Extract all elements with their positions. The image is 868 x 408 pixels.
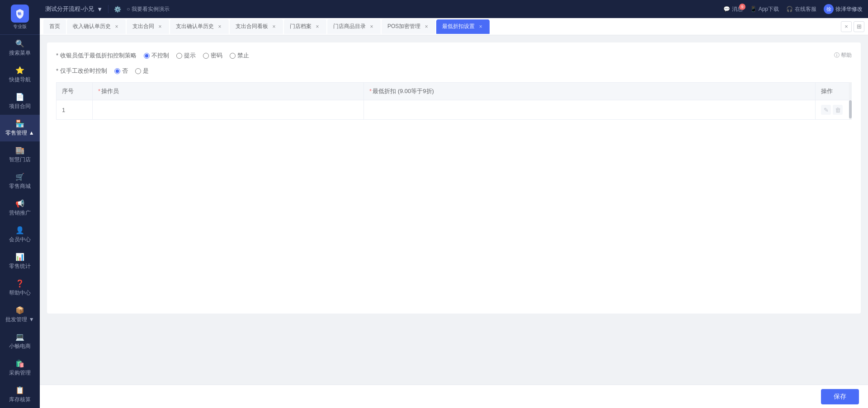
discount-table: 序号 *操作员 *最低折扣 (9.00等于9折) 操作 1 [56, 82, 852, 120]
tabs-menu[interactable]: ⊞ [854, 21, 864, 32]
tab-expenditure-contract[interactable]: 支出合同 × [127, 19, 169, 34]
radio-tip-input[interactable] [176, 53, 182, 59]
radio-forbidden-input[interactable] [230, 53, 236, 59]
online-service-btn[interactable]: 🎧 在线客服 [786, 5, 816, 13]
sidebar-item-ecommerce[interactable]: 💻 小畅电商 [0, 328, 40, 355]
radio-password[interactable]: 密码 [203, 52, 222, 60]
edit-row-btn[interactable]: ✎ [821, 105, 831, 115]
tab-expenditure-contract-close[interactable]: × [157, 23, 163, 30]
help-icon: ❓ [15, 279, 24, 288]
help-button[interactable]: ⓘ 帮助 [834, 52, 852, 59]
radio-yes-label: 是 [143, 67, 149, 75]
tab-store-archive[interactable]: 门店档案 × [284, 19, 326, 34]
project-selector[interactable]: 测试分开流程-小兄 ▼ [45, 5, 103, 13]
sidebar-item-label: 会员中心 [9, 236, 31, 244]
tab-pos-encrypt[interactable]: POS加密管理 × [382, 19, 435, 34]
tab-home[interactable]: 首页 [43, 19, 66, 34]
sidebar-item-wholesale[interactable]: 📦 批发管理 ▼ [0, 301, 40, 328]
tab-min-discount[interactable]: 最低折扣设置 × [436, 19, 490, 34]
sidebar-item-inventory[interactable]: 📋 库存核算 [0, 381, 40, 408]
col-min-discount: *最低折扣 (9.00等于9折) [364, 83, 816, 100]
tab-expenditure-history-close[interactable]: × [217, 23, 223, 30]
content-panel: ⓘ 帮助 * 收银员低于最低折扣控制策略 不控制 提示 [47, 42, 861, 314]
sidebar-item-smart-store[interactable]: 🏬 智慧门店 [0, 141, 40, 168]
radio-no-control-input[interactable] [144, 53, 150, 59]
user-menu[interactable]: 徐 徐泽华修改 [824, 4, 863, 14]
sidebar-item-contract[interactable]: 📄 项目合同 [0, 88, 40, 115]
table-scrollbar[interactable] [849, 82, 852, 120]
tab-expenditure-board-label: 支出合同看板 [236, 23, 268, 30]
radio-yes-input[interactable] [135, 68, 141, 74]
col-actions: 操作 [816, 83, 852, 100]
save-button[interactable]: 保存 [821, 389, 859, 404]
tab-store-archive-close[interactable]: × [314, 23, 321, 30]
tab-income-history[interactable]: 收入确认单历史 × [67, 19, 126, 34]
radio-tip[interactable]: 提示 [176, 52, 196, 60]
radio-forbidden[interactable]: 禁止 [230, 52, 249, 60]
tab-pos-encrypt-close[interactable]: × [423, 23, 429, 30]
col-seq: 序号 [57, 83, 93, 100]
sidebar-item-label: 小畅电商 [9, 342, 31, 350]
topbar-settings-btn[interactable]: ⚙️ [114, 6, 121, 13]
col-operator: *操作员 [93, 83, 364, 100]
sidebar-item-shortcuts[interactable]: ⭐ 快捷导航 [0, 61, 40, 88]
radio-no-control[interactable]: 不控制 [144, 52, 169, 60]
control-strategy-row: * 收银员低于最低折扣控制策略 不控制 提示 密码 [56, 52, 852, 60]
purchase-icon: 🛍️ [15, 359, 24, 368]
sidebar-logo: 畅 专业版 [0, 0, 40, 35]
app-download-btn[interactable]: 📱 App下载 [750, 5, 779, 13]
demo-link[interactable]: ○ 我要看实例演示 [127, 5, 170, 13]
online-service-label: 在线客服 [795, 5, 816, 13]
delete-row-btn[interactable]: 🗑 [833, 105, 843, 115]
sidebar-item-search[interactable]: 🔍 搜索菜单 [0, 35, 40, 61]
manual-control-label: * 仅手工改价时控制 [56, 67, 107, 75]
radio-no-control-label: 不控制 [151, 52, 169, 60]
sidebar-item-label: 智慧门店 [9, 156, 31, 164]
table-row: 1 ✎ 🗑 [57, 100, 852, 120]
message-badge: 9 [739, 4, 745, 10]
tabs-bar: 首页 收入确认单历史 × 支出合同 × 支出确认单历史 × 支出合同看板 × 门… [40, 18, 868, 35]
tab-expenditure-history-label: 支出确认单历史 [176, 23, 214, 30]
star-icon: ⭐ [15, 66, 24, 75]
radio-no[interactable]: 否 [114, 67, 128, 75]
sidebar-item-label: 项目合同 [9, 103, 31, 110]
tab-expenditure-history[interactable]: 支出确认单历史 × [170, 19, 229, 34]
sidebar-item-purchase[interactable]: 🛍️ 采购管理 [0, 355, 40, 381]
tab-income-history-close[interactable]: × [113, 23, 120, 30]
radio-no-input[interactable] [114, 68, 120, 74]
message-icon: 💬 [723, 6, 730, 12]
tab-store-product-close[interactable]: × [368, 23, 375, 30]
message-btn[interactable]: 💬 消息 9 [723, 5, 743, 13]
manual-control-row: * 仅手工改价时控制 否 是 [56, 67, 852, 75]
radio-yes[interactable]: 是 [135, 67, 149, 75]
radio-forbidden-label: 禁止 [237, 52, 249, 60]
sidebar-item-label: 搜索菜单 [9, 49, 31, 57]
tab-min-discount-close[interactable]: × [477, 23, 484, 30]
cell-actions: ✎ 🗑 [816, 100, 852, 120]
tab-store-product[interactable]: 门店商品目录 × [327, 19, 381, 34]
table-scrollbar-thumb [849, 100, 852, 118]
wholesale-icon: 📦 [15, 306, 24, 314]
sidebar-item-label: 快捷导航 [9, 76, 31, 84]
sidebar-item-label: 营销推广 [9, 209, 31, 217]
app-logo-icon: 畅 [11, 5, 29, 23]
sidebar: 畅 专业版 🔍 搜索菜单 ⭐ 快捷导航 📄 项目合同 🏪 零售管理 ▲ 🏬 智慧… [0, 0, 40, 408]
sidebar-item-label: 批发管理 ▼ [5, 316, 34, 324]
radio-password-input[interactable] [203, 53, 209, 59]
tab-expenditure-board-close[interactable]: × [271, 23, 277, 30]
tabs-close-current[interactable]: × [841, 21, 852, 32]
app-download-label: App下载 [759, 5, 779, 13]
retail-icon: 🏪 [15, 119, 24, 128]
sidebar-item-member[interactable]: 👤 会员中心 [0, 221, 40, 248]
sidebar-item-label: 零售统计 [9, 263, 31, 270]
cell-operator [93, 100, 364, 120]
radio-tip-label: 提示 [184, 52, 196, 60]
tab-expenditure-board[interactable]: 支出合同看板 × [230, 19, 283, 34]
sidebar-item-retail[interactable]: 🏪 零售管理 ▲ [0, 115, 40, 141]
sidebar-item-mall[interactable]: 🛒 零售商城 [0, 168, 40, 195]
sidebar-item-help[interactable]: ❓ 帮助中心 [0, 275, 40, 301]
sidebar-item-marketing[interactable]: 📢 营销推广 [0, 195, 40, 221]
help-label: 帮助 [841, 52, 852, 59]
sidebar-item-stats[interactable]: 📊 零售统计 [0, 248, 40, 275]
inventory-icon: 📋 [15, 386, 24, 394]
